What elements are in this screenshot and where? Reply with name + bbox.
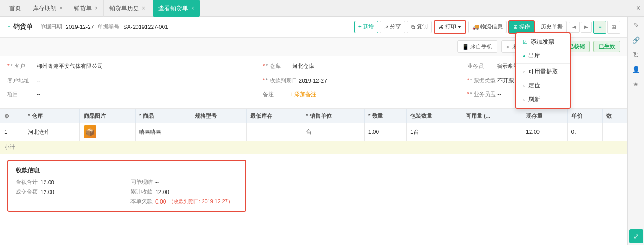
col-min-stock: 最低库存	[246, 109, 302, 123]
due-date-field: * 收款到期日 2019-12-27	[263, 77, 467, 85]
due-date-label: * 收款到期日	[263, 77, 297, 85]
tab-home[interactable]: 首页	[4, 0, 27, 17]
operations-icon: ⊞	[513, 24, 518, 30]
col-sales-unit: * 销售单位	[302, 109, 364, 123]
list-view-button[interactable]: ≡	[593, 21, 606, 34]
expand-icon[interactable]: ⤢	[629, 229, 643, 243]
project-field: 项目 --	[7, 90, 263, 98]
close-tab-inventory[interactable]: ×	[59, 5, 62, 11]
close-tab-view-sales[interactable]: ×	[191, 5, 194, 11]
tab-sales-history[interactable]: 销货单历史 ×	[104, 0, 151, 17]
number-value: SA-20191227-001	[123, 24, 168, 30]
transaction-amount-label: 成交金额	[16, 188, 38, 196]
note-label: 备注	[263, 91, 290, 98]
table-row: 1 河北仓库 📦 嘻嘻嘻嘻 台 1.00 1台	[0, 123, 627, 141]
col-warehouse: * 仓库	[24, 109, 80, 123]
right-sidebar: ✎ 🔗 ↻ 👤 ★ ⤢	[627, 17, 644, 245]
phone-icon: 📱	[462, 44, 469, 50]
outbound-item[interactable]: ● 出库	[516, 49, 570, 63]
customer-field: * 客户 柳州粤港平安气体有限公司	[7, 62, 263, 71]
settings-icon[interactable]: ⚙	[4, 113, 9, 120]
refresh-sidebar-icon[interactable]: ↻	[629, 48, 643, 62]
add-invoice-item[interactable]: ☑ 添加发票	[516, 35, 570, 49]
copy-icon: ⧉	[411, 24, 415, 30]
prev-button[interactable]: ◀	[569, 22, 580, 33]
ticket-type-label: * 票据类型	[467, 77, 496, 85]
view-toggle: ≡ ⊞	[593, 21, 620, 34]
share-button[interactable]: ↗ 分享	[380, 21, 405, 33]
row-min-stock	[246, 123, 302, 141]
same-order-settlement-row: 同单现结 --	[130, 178, 238, 186]
col-settings: ⚙	[0, 109, 24, 123]
nav-arrows: ◀ ▶	[569, 22, 592, 33]
operations-dropdown: ☑ 添加发票 ● 出库 ○ 可用量提取 ○ 定位 ○ 刷新	[515, 32, 571, 109]
print-icon: 🖨	[438, 24, 444, 30]
new-button[interactable]: + 新增	[354, 21, 378, 33]
customer-label: * 客户	[7, 63, 35, 70]
same-order-settlement-label: 同单现结	[130, 178, 153, 186]
grid-view-button[interactable]: ⊞	[607, 21, 620, 34]
warehouse-field: * 仓库 河北仓库	[263, 62, 467, 71]
subtotal-label: 小计	[0, 141, 627, 154]
table-container: ⚙ * 仓库 商品图片 * 商品 规格型号 最低库存 * 销售单位 * 数量 包…	[0, 109, 627, 154]
project-label: 项目	[7, 91, 35, 98]
logistics-icon: 🚚	[472, 24, 479, 30]
warehouse-label: * 仓库	[263, 63, 290, 70]
effective-badge: 已生效	[593, 41, 620, 52]
payment-info-grid: 金额合计 12.00 同单现结 -- 成交金额 12.00 累计收款 12.00	[16, 178, 238, 205]
link-icon[interactable]: 🔗	[629, 33, 643, 47]
row-stock: 12.00	[522, 123, 567, 141]
amount-total-label: 金额合计	[16, 178, 38, 186]
from-phone-button[interactable]: 📱 来自手机	[457, 40, 497, 53]
copy-button[interactable]: ⧉ 复制	[407, 21, 432, 33]
star-icon[interactable]: ★	[629, 77, 643, 91]
next-button[interactable]: ▶	[581, 22, 592, 33]
close-tab-sales-order[interactable]: ×	[95, 5, 98, 11]
due-date-value: 2019-12-27	[297, 77, 329, 85]
edit-icon[interactable]: ✎	[629, 18, 643, 32]
table-header-row: ⚙ * 仓库 商品图片 * 商品 规格型号 最低库存 * 销售单位 * 数量 包…	[0, 109, 627, 123]
row-pack-qty: 1台	[407, 123, 462, 141]
warehouse-value: 河北仓库	[290, 62, 316, 71]
print-dropdown-arrow: ▼	[458, 25, 462, 29]
user-icon[interactable]: 👤	[629, 63, 643, 76]
tab-inventory-init[interactable]: 库存期初 ×	[27, 0, 68, 17]
window-close-button[interactable]: ×	[636, 4, 640, 12]
dot-cyan-icon: ●	[523, 53, 525, 58]
sales-staff-value: --	[496, 90, 503, 98]
subtotal-row: 小计	[0, 141, 627, 154]
dropdown-menu: ☑ 添加发票 ● 出库 ○ 可用量提取 ○ 定位 ○ 刷新	[515, 32, 571, 109]
col-stock: 现存量	[522, 109, 567, 123]
row-num: 1	[0, 123, 24, 141]
payment-info-section: 收款信息 金额合计 12.00 同单现结 -- 成交金额 12.00	[7, 160, 246, 212]
dot-grey-icon-3: ○	[523, 97, 525, 102]
note-field: 备注 添加备注	[263, 91, 467, 98]
close-tab-sales-history[interactable]: ×	[142, 5, 145, 11]
dot-grey-icon-1: ○	[523, 69, 525, 74]
col-available: 可用量 (...	[462, 109, 522, 123]
cumulative-receipt-row: 累计收款 12.00	[130, 188, 238, 196]
checkbox-icon: ☑	[523, 39, 528, 45]
locate-item[interactable]: ○ 定位	[516, 79, 570, 92]
doc-type-icon: ↑	[7, 23, 11, 31]
history-button[interactable]: 历史单据	[537, 21, 567, 33]
row-image: 📦	[80, 123, 136, 141]
tab-sales-order[interactable]: 销货单 ×	[68, 0, 104, 17]
doc-title-area: ↑ 销货单 单据日期 2019-12-27 单据编号 SA-20191227-0…	[7, 23, 168, 31]
doc-meta: 单据日期 2019-12-27 单据编号 SA-20191227-001	[40, 23, 168, 31]
number-label: 单据编号	[97, 23, 119, 31]
operations-button[interactable]: ⊞ 操作	[508, 20, 535, 34]
doc-type-label: 销货单	[13, 23, 33, 31]
amount-total-value: 12.00	[40, 179, 54, 186]
current-arrears-label: 本单欠款	[130, 198, 153, 205]
row-extra	[602, 123, 627, 141]
dot-grey-icon-2: ○	[523, 83, 525, 88]
available-qty-item[interactable]: ○ 可用量提取	[516, 65, 570, 79]
add-note-button[interactable]: 添加备注	[290, 91, 316, 98]
print-button[interactable]: 🖨 打印 ▼	[434, 20, 466, 34]
logistics-button[interactable]: 🚚 物流信息	[468, 21, 507, 33]
refresh-item[interactable]: ○ 刷新	[516, 92, 570, 106]
current-arrears-row: 本单欠款 0.00 （收款到期日: 2019-12-27）	[130, 198, 238, 205]
date-value: 2019-12-27	[66, 24, 94, 30]
tab-view-sales[interactable]: 查看销货单 ×	[153, 0, 200, 17]
